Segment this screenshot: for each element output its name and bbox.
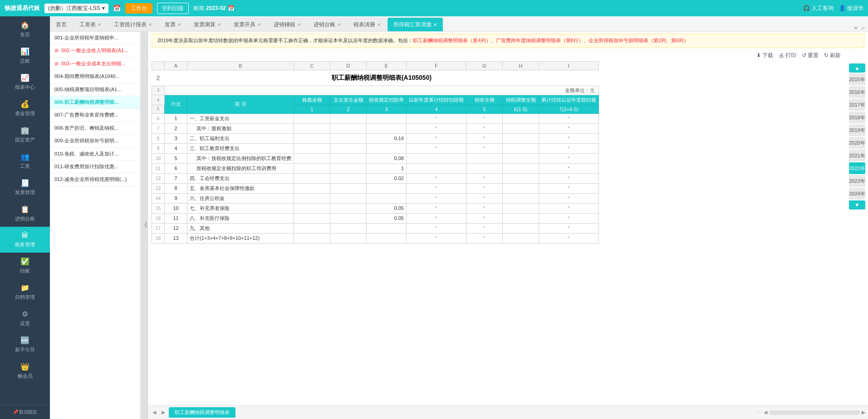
tab-tax-clear[interactable]: 税表清册 ✕ [348, 18, 387, 31]
year-2024[interactable]: 2024年 [849, 188, 865, 200]
workbench-button[interactable]: 工作台 [125, 3, 152, 14]
sidebar-item-settings[interactable]: ⚙ 设置 [0, 305, 50, 331]
table-row[interactable]: 8 3 二、职工福利支出 0.14 * * * [152, 133, 599, 143]
sheet-tab-main[interactable]: 职工薪酬纳税调整明细表 [169, 407, 235, 418]
form-item-012[interactable]: 012-减免企业所得税优惠明细(...) [50, 173, 140, 186]
sidebar-item-report[interactable]: 📈 报表中心 [0, 69, 50, 95]
sidebar-item-archive[interactable]: 📁 归档管理 [0, 279, 50, 305]
form-item-003[interactable]: ⊘ 003-一般企业成本支出明细... [50, 58, 140, 70]
sheet-container[interactable]: A B C D E F G H I 2 职 [148, 61, 868, 405]
sheet-scroll-icon[interactable]: ◀ [764, 409, 767, 415]
col-header-c: 账载金额 [294, 95, 330, 105]
form-item-004[interactable]: 004-期间费用明细表(A1040... [50, 70, 140, 83]
sidebar-item-fixed[interactable]: 🏢 固定资产 [0, 122, 50, 148]
sidebar-item-guide[interactable]: 🆕 新手引导 [0, 331, 50, 358]
sidebar-label-home: 首页 [20, 31, 30, 38]
tab-import-check-close[interactable]: ✕ [297, 22, 301, 27]
form-item-007[interactable]: 007-广告费和业务宣传费赠... [50, 109, 140, 122]
sidebar-item-vip[interactable]: 👑 畅会员 [0, 358, 50, 384]
sheet-menu-icon[interactable]: ⋯ [757, 409, 762, 415]
table-row[interactable]: 17 12 九、其他 * * * [152, 223, 599, 233]
cancel-fixed-button[interactable]: 📌 取消固定 [0, 405, 50, 419]
year-2015[interactable]: 2015年 [849, 73, 865, 85]
company-selector[interactable]: (勿删）江西般宝-LSS ▾ [44, 4, 108, 13]
sidebar-item-asset[interactable]: 💰 资金管理 [0, 95, 50, 122]
tab-invoice-calc-close[interactable]: ✕ [217, 22, 221, 27]
table-row[interactable]: 12 7 四、工会经费支出 0.02 * * * [152, 173, 599, 183]
tab-import-ledger-label: 进销台账 [314, 21, 335, 29]
support-link[interactable]: 🎧 人工客询 [803, 5, 833, 12]
user-avatar[interactable]: 👤 徐涯华 [839, 5, 863, 12]
reset-button[interactable]: ↺ 重置 [802, 52, 819, 59]
year-2016[interactable]: 2016年 [849, 86, 865, 98]
form-item-008[interactable]: 008-资产折旧、摊销及纳税... [50, 122, 140, 135]
sidebar-label-fixed: 固定资产 [15, 136, 35, 143]
form-item-002[interactable]: ⊘ 002-一般企业收入明细表(A1... [50, 44, 140, 57]
sidebar-item-sales[interactable]: 📋 进销台账 [0, 200, 50, 227]
tab-payroll-stat-close[interactable]: ✕ [148, 22, 152, 27]
sheet-scroll-right-icon[interactable]: ▶ [862, 409, 865, 415]
form-item-011[interactable]: 011-研发费用加计扣除优惠... [50, 161, 140, 173]
tab-payroll[interactable]: 工资表 ✕ [74, 18, 107, 31]
year-2018[interactable]: 2018年 [849, 112, 865, 123]
horizontal-scrollbar[interactable] [769, 410, 860, 415]
table-row[interactable]: 9 4 三、职工教育经费支出 * * * [152, 143, 599, 153]
refresh-button[interactable]: ↻ 刷新 [824, 52, 841, 59]
year-2020[interactable]: 2020年 [849, 137, 865, 149]
table-row[interactable]: 15 10 七、补充养老保险 0.05 * * * [152, 203, 599, 213]
year-2022[interactable]: 2022年 [849, 162, 865, 174]
goto-old-button[interactable]: 切到旧版 [157, 3, 189, 14]
sidebar-item-general[interactable]: 📊 总账 [0, 43, 50, 69]
sidebar-item-invoice[interactable]: 🧾 发票管理 [0, 174, 50, 200]
tab-tax-clear-close[interactable]: ✕ [377, 22, 381, 27]
table-row[interactable]: 18 13 合计(1+3+4+7+8+9+10+11+12) * * * [152, 233, 599, 243]
sidebar-item-payroll[interactable]: 👥 工资 [0, 148, 50, 174]
col-header-g: 税收全额 [466, 95, 503, 105]
tab-import-ledger-close[interactable]: ✕ [337, 22, 341, 27]
table-row[interactable]: 13 8 五、各类基本社会保障性缴款 * * * [152, 183, 599, 193]
download-icon: ⬇ [756, 52, 761, 58]
tab-home[interactable]: 首页 [50, 18, 73, 31]
table-row[interactable]: 16 11 八、补充医疗保险 0.05 * * * [152, 213, 599, 223]
form-item-010[interactable]: 010-免税、减收收入及加计... [50, 148, 140, 161]
tab-income-tax-close[interactable]: ✕ [433, 22, 437, 27]
table-row[interactable]: 14 9 六、住房公积金 * * * [152, 193, 599, 203]
table-row[interactable]: 7 2 其中：股权激励 * * * [152, 123, 599, 133]
tab-payroll-close[interactable]: ✕ [98, 22, 101, 27]
year-2021[interactable]: 2021年 [849, 150, 865, 161]
download-button[interactable]: ⬇ 下载 [756, 52, 773, 59]
year-nav-down[interactable]: ▼ [849, 200, 865, 210]
tab-invoice[interactable]: 发票 ✕ [159, 18, 187, 31]
tab-close-all-icon[interactable]: ✕ [853, 25, 858, 31]
form-item-001[interactable]: 001-企业所得税年度纳税申... [50, 32, 140, 44]
tab-invoice-close[interactable]: ✕ [177, 22, 181, 27]
row-num-4: 4 [152, 95, 165, 105]
year-2017[interactable]: 2017年 [849, 99, 865, 111]
sidebar-item-home[interactable]: 🏠 首页 [0, 16, 50, 43]
tab-maximize-icon[interactable]: ⤢ [861, 25, 865, 31]
sidebar-item-tax[interactable]: 🏛 税务管理 [0, 227, 50, 253]
sheet-nav-prev[interactable]: ◀ [151, 409, 158, 415]
year-2023[interactable]: 2023年 [849, 175, 865, 187]
table-row[interactable]: 11 6 按税收规定全额扣除的职工培训费用 1 * [152, 163, 599, 173]
sidebar-item-checkout[interactable]: ✅ 结账 [0, 253, 50, 279]
form-item-006[interactable]: 006-职工薪酬纳税调整明细... [50, 96, 140, 109]
tab-import-check[interactable]: 进销稽核 ✕ [268, 18, 307, 31]
tab-invoice-calc[interactable]: 发票测算 ✕ [188, 18, 227, 31]
form-item-005[interactable]: 005-纳税调整项目明细表(A1... [50, 83, 140, 96]
table-row[interactable]: 10 5 其中：按税收规定比例扣除的职工教育经费 0.08 * [152, 153, 599, 163]
print-button[interactable]: 🖨 打印 [779, 52, 796, 59]
panel-collapse-button[interactable]: 《 [141, 32, 148, 419]
form-item-009[interactable]: 009-企业所得税弥补亏损明... [50, 135, 140, 147]
tab-invoice-open[interactable]: 发票开具 ✕ [228, 18, 267, 31]
year-2019[interactable]: 2019年 [849, 124, 865, 136]
tab-invoice-open-close[interactable]: ✕ [257, 22, 261, 27]
table-row[interactable]: 6 1 一、工资薪金支出 * * * [152, 113, 599, 123]
sheet-nav-next[interactable]: ▶ [160, 409, 167, 415]
col-header-e: 税收规定扣除率 [367, 95, 407, 105]
tab-income-tax[interactable]: 所得税汇算清缴 ✕ [387, 18, 443, 31]
tab-import-ledger[interactable]: 进销台账 ✕ [308, 18, 347, 31]
year-nav-up[interactable]: ▲ [849, 63, 865, 73]
tab-payroll-stat[interactable]: 工资统计报表 ✕ [108, 18, 158, 31]
period-calendar-icon[interactable]: 📅 [228, 5, 235, 11]
